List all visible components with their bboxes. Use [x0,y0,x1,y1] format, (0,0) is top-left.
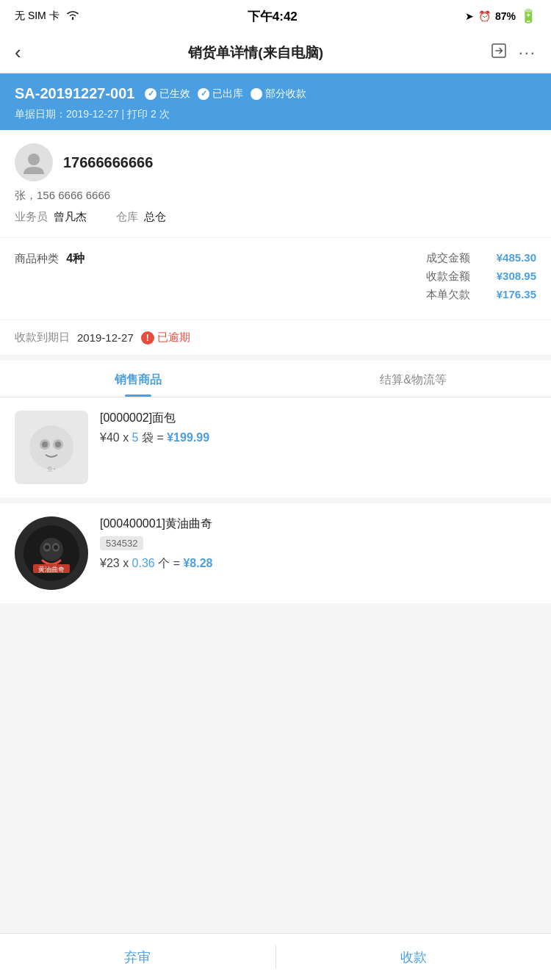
list-item: 黄油曲奇 [000400001]黄油曲奇 534532 ¥23 x 0.36 个… [0,503,551,603]
customer-meta: 业务员 曾凡杰 仓库 总仓 [15,210,536,224]
category-label: 商品种类 [15,252,59,264]
share-button[interactable] [491,43,507,62]
nav-actions: ··· [491,43,536,62]
product-name: [0000002]面包 [100,411,536,426]
product-unit-price: ¥23 [100,557,120,569]
status-tags: 已生效 已出库 部分收款 [145,87,306,101]
salesperson-value: 曾凡杰 [54,210,87,223]
status-time: 下午4:42 [248,8,298,25]
order-date: 单据日期：2019-12-27 | 打印 2 次 [15,108,536,121]
status-effective: 已生效 [145,87,190,101]
tab-sales-products[interactable]: 销售商品 [0,361,276,397]
warehouse-label: 仓库 [116,210,138,223]
received-label: 收款金额 [426,270,470,284]
product-unit-price: ¥40 [100,431,120,444]
wifi-icon [65,10,80,23]
tabs-section: 销售商品 结算&物流等 [0,361,551,397]
effective-check-icon [145,88,156,100]
svg-point-5 [42,442,48,447]
partial-clock-icon [251,88,262,100]
svg-point-1 [28,154,40,165]
svg-text:黄油曲奇: 黄油曲奇 [38,566,65,573]
category-value: 4种 [66,252,84,264]
product-list: 鱼+ [0000002]面包 ¥40 x 5 袋 = ¥199.99 [0,397,551,603]
nav-bar: ‹ 销货单详情(来自电脑) ··· [0,32,551,73]
warehouse-field: 仓库 总仓 [116,210,166,224]
summary-section: 商品种类 4种 成交金额 ¥485.30 收款金额 ¥308.95 本单欠款 ¥… [0,238,551,320]
shipped-check-icon [198,88,209,100]
status-partial-payment: 部分收款 [251,87,306,101]
debt-label: 本单欠款 [426,288,470,302]
svg-point-6 [55,442,61,447]
more-button[interactable]: ··· [519,43,536,62]
avatar [15,143,53,181]
product-unit: 个 [158,557,170,569]
confirm-button[interactable]: 收款 [276,934,552,980]
overdue-text: 已逾期 [157,331,190,345]
received-value: ¥308.95 [478,270,536,284]
bottom-bar: 弃审 收款 [0,933,551,980]
order-header: SA-20191227-001 已生效 已出库 部分收款 单据日期：2019-1… [0,73,551,130]
product-qty: 0.36 [132,557,155,569]
product-price-row: ¥40 x 5 袋 = ¥199.99 [100,430,536,446]
transaction-row: 成交金额 ¥485.30 [426,251,536,265]
transaction-label: 成交金额 [426,251,470,265]
svg-point-9 [40,538,63,561]
sim-status: 无 SIM 卡 [15,10,60,23]
alarm-icon: ⏰ [478,10,491,22]
overdue-badge: ! 已逾期 [141,331,190,345]
product-name: [000400001]黄油曲奇 [100,516,536,532]
product-qty: 5 [132,431,139,444]
salesperson-field: 业务员 曾凡杰 [15,210,87,224]
product-info: [0000002]面包 ¥40 x 5 袋 = ¥199.99 [100,411,536,446]
page-title: 销货单详情(来自电脑) [188,43,323,62]
product-total: ¥8.28 [183,557,212,569]
battery-icon: 🔋 [520,8,536,24]
debt-row: 本单欠款 ¥176.35 [426,288,536,302]
salesperson-label: 业务员 [15,210,48,223]
due-date-label: 收款到期日 [15,331,70,345]
due-date-value: 2019-12-27 [77,331,134,344]
customer-section: 17666666666 张，156 6666 6666 业务员 曾凡杰 仓库 总… [0,130,551,237]
svg-point-13 [54,545,58,550]
product-sku-badge: 534532 [100,536,143,550]
cancel-button[interactable]: 弃审 [0,934,276,980]
battery-percent: 87% [495,10,516,22]
debt-value: ¥176.35 [478,288,536,302]
location-icon: ➤ [465,10,474,22]
status-right: ➤ ⏰ 87% 🔋 [465,8,536,24]
customer-name-phone: 张，156 6666 6666 [15,189,536,203]
status-left: 无 SIM 卡 [15,10,80,23]
category-summary: 商品种类 4种 [15,251,84,267]
product-thumbnail: 鱼+ [15,411,88,484]
overdue-icon: ! [141,331,154,345]
list-item: 鱼+ [0000002]面包 ¥40 x 5 袋 = ¥199.99 [0,397,551,497]
product-total: ¥199.99 [167,431,209,444]
product-thumbnail: 黄油曲奇 [15,516,88,590]
status-shipped: 已出库 [198,87,243,101]
product-unit: 袋 [142,431,154,444]
customer-phone: 17666666666 [63,154,153,171]
back-button[interactable]: ‹ [15,41,21,64]
warehouse-value: 总仓 [144,210,166,223]
product-info: [000400001]黄油曲奇 534532 ¥23 x 0.36 个 = ¥8… [100,516,536,572]
tab-settlement-logistics[interactable]: 结算&物流等 [276,361,551,397]
svg-point-12 [45,545,49,550]
svg-point-2 [29,425,73,469]
due-date-section: 收款到期日 2019-12-27 ! 已逾期 [0,320,551,355]
received-row: 收款金额 ¥308.95 [426,270,536,284]
amount-summary: 成交金额 ¥485.30 收款金额 ¥308.95 本单欠款 ¥176.35 [426,251,536,306]
svg-text:鱼+: 鱼+ [47,466,57,472]
order-id: SA-20191227-001 [15,85,134,102]
status-bar: 无 SIM 卡 下午4:42 ➤ ⏰ 87% 🔋 [0,0,551,32]
transaction-value: ¥485.30 [478,251,536,265]
product-price-row: ¥23 x 0.36 个 = ¥8.28 [100,556,536,572]
